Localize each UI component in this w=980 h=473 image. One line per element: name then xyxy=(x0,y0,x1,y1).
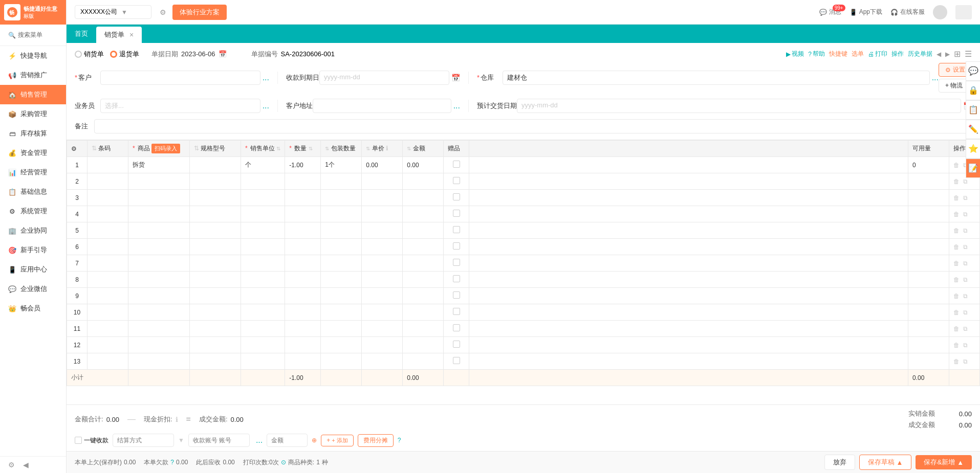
cell-amount[interactable] xyxy=(403,321,444,337)
cell-qty[interactable] xyxy=(285,272,321,288)
cell-gift[interactable] xyxy=(444,173,469,190)
sidebar-item-finance[interactable]: 💰 资金管理 xyxy=(0,143,66,163)
tab-close-icon[interactable]: × xyxy=(129,31,134,39)
sidebar-item-enterprise[interactable]: 🏢 企业协同 xyxy=(0,221,66,240)
cell-qty[interactable] xyxy=(285,321,321,337)
cell-spec[interactable] xyxy=(190,222,241,239)
cell-pack[interactable] xyxy=(321,288,362,304)
cell-product[interactable]: 拆货 xyxy=(128,157,190,173)
history-link[interactable]: 历史单据 xyxy=(908,50,932,58)
cell-unit[interactable] xyxy=(241,304,285,321)
cell-barcode[interactable] xyxy=(88,337,128,353)
cell-gift[interactable] xyxy=(444,337,469,353)
cell-barcode[interactable] xyxy=(88,353,128,370)
save-new-btn[interactable]: 保存&新增 ▲ xyxy=(916,455,972,469)
cell-product[interactable] xyxy=(128,321,190,337)
collapse-icon[interactable]: ◀ xyxy=(23,461,29,469)
right-btn-msg[interactable]: 💬 xyxy=(966,61,980,81)
th-settings[interactable]: ⚙ xyxy=(67,141,88,157)
cell-qty[interactable] xyxy=(285,239,321,255)
copy-icon[interactable]: ⧉ xyxy=(963,309,968,316)
nav-prev-icon[interactable]: ◀ xyxy=(937,51,941,58)
cell-spec[interactable] xyxy=(190,173,241,190)
cell-unit[interactable] xyxy=(241,337,285,353)
cell-barcode[interactable] xyxy=(88,272,128,288)
account-input[interactable] xyxy=(188,434,250,447)
cell-unit[interactable] xyxy=(241,190,285,206)
list-view-icon[interactable]: ☰ xyxy=(965,49,972,59)
video-link[interactable]: ▶ 视频 xyxy=(786,50,804,58)
cell-gift[interactable] xyxy=(444,288,469,304)
cell-spec[interactable] xyxy=(190,321,241,337)
cell-qty[interactable]: -1.00 xyxy=(285,157,321,173)
cell-barcode[interactable] xyxy=(88,239,128,255)
cell-qty[interactable] xyxy=(285,337,321,353)
cell-unit[interactable]: 个 xyxy=(241,157,285,173)
select-link[interactable]: 选单 xyxy=(852,50,864,58)
cell-pack[interactable] xyxy=(321,190,362,206)
cell-spec[interactable] xyxy=(190,255,241,272)
cell-price[interactable]: 0.00 xyxy=(362,157,403,173)
delete-icon[interactable]: 🗑 xyxy=(953,211,960,218)
delete-icon[interactable]: 🗑 xyxy=(953,325,960,332)
copy-icon[interactable]: ⧉ xyxy=(963,243,968,251)
cell-barcode[interactable] xyxy=(88,321,128,337)
calc-method-input[interactable] xyxy=(113,434,174,447)
salesperson-dots[interactable]: ... xyxy=(263,101,269,110)
right-btn-orange[interactable]: 📝 xyxy=(966,159,980,178)
grid-view-icon[interactable]: ⊞ xyxy=(954,49,961,59)
cell-amount[interactable] xyxy=(403,239,444,255)
cell-pack[interactable] xyxy=(321,255,362,272)
cell-product[interactable] xyxy=(128,272,190,288)
copy-icon[interactable]: ⧉ xyxy=(963,260,968,267)
copy-icon[interactable]: ⧉ xyxy=(963,276,968,283)
cell-pack[interactable] xyxy=(321,353,362,370)
save-draft-btn[interactable]: 保存草稿 ▲ xyxy=(859,455,912,470)
cell-spec[interactable] xyxy=(190,288,241,304)
cell-gift[interactable] xyxy=(444,222,469,239)
delete-icon[interactable]: 🗑 xyxy=(953,178,960,185)
operate-link[interactable]: 操作 xyxy=(891,50,904,58)
cell-gift[interactable] xyxy=(444,157,469,173)
cell-amount[interactable] xyxy=(403,304,444,321)
cell-spec[interactable] xyxy=(190,206,241,222)
serial-value[interactable]: SA-20230606-001 xyxy=(281,50,335,58)
cell-unit[interactable] xyxy=(241,222,285,239)
delete-icon[interactable]: 🗑 xyxy=(953,342,960,349)
cell-barcode[interactable] xyxy=(88,222,128,239)
radio-sale[interactable]: 销货单 xyxy=(75,50,104,59)
cell-product[interactable] xyxy=(128,353,190,370)
cell-pack[interactable] xyxy=(321,304,362,321)
amount-input[interactable] xyxy=(267,434,308,447)
cell-qty[interactable] xyxy=(285,304,321,321)
tab-home[interactable]: 首页 xyxy=(67,25,96,43)
cell-spec[interactable] xyxy=(190,304,241,321)
split-btn[interactable]: 费用分摊 xyxy=(358,434,394,447)
cell-amount[interactable] xyxy=(403,255,444,272)
sidebar-item-basic[interactable]: 📋 基础信息 xyxy=(0,182,66,201)
cell-barcode[interactable] xyxy=(88,206,128,222)
user-avatar[interactable] xyxy=(933,5,947,19)
cell-price[interactable] xyxy=(362,173,403,190)
cell-unit[interactable] xyxy=(241,353,285,370)
cell-product[interactable] xyxy=(128,173,190,190)
cell-unit[interactable] xyxy=(241,255,285,272)
sidebar-item-marketing[interactable]: 📢 营销推广 xyxy=(0,65,66,85)
delete-icon[interactable]: 🗑 xyxy=(953,162,960,169)
msg-btn[interactable]: 💬 消息 99+ xyxy=(819,8,841,16)
search-orders-btn[interactable]: 🔍 搜索菜单 xyxy=(4,29,62,41)
cell-price[interactable] xyxy=(362,353,403,370)
cell-amount[interactable] xyxy=(403,206,444,222)
cell-gift[interactable] xyxy=(444,190,469,206)
cell-product[interactable] xyxy=(128,239,190,255)
cell-barcode[interactable] xyxy=(88,173,128,190)
cell-price[interactable] xyxy=(362,190,403,206)
cell-product[interactable] xyxy=(128,304,190,321)
cell-unit[interactable] xyxy=(241,288,285,304)
cell-unit[interactable] xyxy=(241,321,285,337)
cell-barcode[interactable] xyxy=(88,190,128,206)
cell-qty[interactable] xyxy=(285,255,321,272)
cell-price[interactable] xyxy=(362,239,403,255)
cell-unit[interactable] xyxy=(241,173,285,190)
copy-icon[interactable]: ⧉ xyxy=(963,227,968,234)
